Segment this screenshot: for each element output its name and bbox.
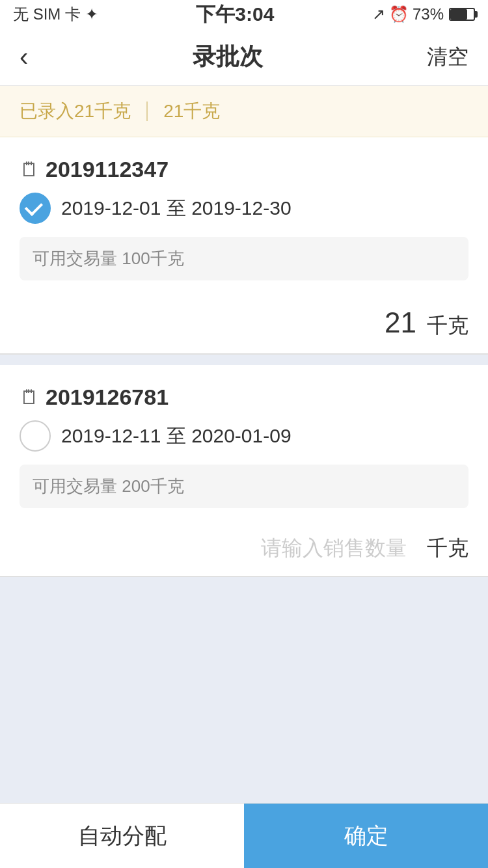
page-title: 录批次	[193, 41, 263, 73]
location-icon: ↗	[372, 5, 385, 23]
nav-bar: ‹ 录批次 清空	[0, 29, 488, 86]
status-bar: 无 SIM 卡 ✦ 下午3:04 ↗ ⏰ 73%	[0, 0, 488, 29]
batch-card-2: 🗒 2019126781 2019-12-11 至 2020-01-09 可用交…	[0, 365, 488, 577]
bottom-bar: 自动分配 确定	[0, 803, 488, 868]
quantity-input-row-2: 千克	[0, 521, 488, 577]
alarm-icon: ⏰	[389, 5, 409, 23]
quantity-value-1: 21	[385, 306, 416, 339]
status-right: ↗ ⏰ 73%	[372, 5, 475, 23]
battery-icon	[449, 8, 475, 21]
batch-date-2: 2019-12-11 至 2020-01-09	[61, 423, 291, 450]
quantity-input-2[interactable]	[156, 536, 416, 560]
quantity-row-1: 21 千克	[0, 293, 488, 355]
recorded-value: 21千克	[163, 99, 220, 124]
batch-header-1: 🗒 2019112347	[20, 157, 468, 182]
radio-1[interactable]	[20, 193, 51, 224]
batch-id-1: 2019112347	[46, 157, 169, 182]
batch-date-row-1[interactable]: 2019-12-01 至 2019-12-30	[20, 193, 468, 224]
batch-icon-2: 🗒	[20, 387, 39, 409]
batch-card-1: 🗒 2019112347 2019-12-01 至 2019-12-30 可用交…	[0, 137, 488, 355]
section-divider	[0, 355, 488, 365]
availability-2: 可用交易量 200千克	[20, 465, 468, 508]
banner-divider	[146, 102, 148, 121]
info-banner: 已录入21千克 21千克	[0, 86, 488, 137]
batch-item-2: 🗒 2019126781 2019-12-11 至 2020-01-09 可用交…	[0, 365, 488, 508]
clear-button[interactable]: 清空	[427, 43, 468, 72]
battery-label: 73%	[413, 5, 444, 23]
recorded-label: 已录入21千克	[20, 99, 131, 124]
batch-date-1: 2019-12-01 至 2019-12-30	[61, 195, 291, 222]
batch-icon-1: 🗒	[20, 159, 39, 181]
quantity-unit-1: 千克	[427, 312, 468, 340]
batch-item-1: 🗒 2019112347 2019-12-01 至 2019-12-30 可用交…	[0, 137, 488, 280]
quantity-unit-2: 千克	[427, 534, 468, 563]
auto-distribute-button[interactable]: 自动分配	[0, 804, 244, 868]
status-left: 无 SIM 卡 ✦	[13, 4, 98, 25]
content-wrapper: 🗒 2019112347 2019-12-01 至 2019-12-30 可用交…	[0, 137, 488, 868]
sim-label: 无 SIM 卡 ✦	[13, 4, 98, 25]
batch-id-2: 2019126781	[46, 385, 169, 410]
batch-header-2: 🗒 2019126781	[20, 385, 468, 410]
empty-area	[0, 577, 488, 837]
availability-1: 可用交易量 100千克	[20, 237, 468, 280]
radio-2[interactable]	[20, 420, 51, 452]
confirm-button[interactable]: 确定	[244, 804, 488, 868]
batch-date-row-2[interactable]: 2019-12-11 至 2020-01-09	[20, 420, 468, 452]
back-button[interactable]: ‹	[20, 42, 28, 72]
status-time: 下午3:04	[196, 1, 274, 28]
